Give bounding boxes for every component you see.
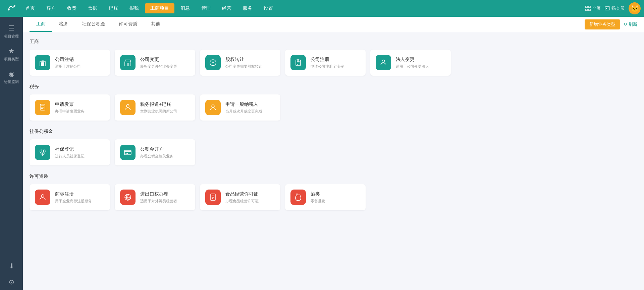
mascot-avatar: 🐱 xyxy=(629,2,641,14)
nav-item-收费[interactable]: 收费 xyxy=(62,3,82,13)
section-工商: 工商公司注销适用于注销公司公司变更股权变更外的业务变更¥股权转让公司变更需要股权… xyxy=(30,39,637,76)
service-card[interactable]: 酒类零售批发 xyxy=(285,184,366,210)
svg-point-30 xyxy=(41,195,44,197)
tab-其他[interactable]: 其他 xyxy=(144,17,167,32)
tab-税务[interactable]: 税务 xyxy=(52,17,75,32)
nav-item-管理[interactable]: 管理 xyxy=(196,3,216,13)
content-area: 工商税务社保公积金许可资质其他 新增业务类型 ↻ 刷新 工商公司注销适用于注销公… xyxy=(23,17,644,290)
nav-item-报税[interactable]: 报税 xyxy=(124,3,144,13)
cards-grid: 公司注销适用于注销公司公司变更股权变更外的业务变更¥股权转让公司变更需要股权转让… xyxy=(30,50,637,76)
card-icon xyxy=(120,100,136,115)
card-desc: 进行人员社保登记 xyxy=(55,154,85,159)
tab-社保公积金[interactable]: 社保公积金 xyxy=(75,17,112,32)
service-card[interactable]: 公司注册申请公司注册全流程 xyxy=(285,50,366,76)
service-card[interactable]: 税务报道+记账拿到营业执照的新公司 xyxy=(115,94,195,121)
member-button[interactable]: 畅会员 xyxy=(605,5,625,11)
card-icon xyxy=(376,55,391,70)
service-card[interactable]: ¥股权转让公司变更需要股权转让 xyxy=(200,50,280,76)
card-desc: 办理食品经营许可证 xyxy=(225,199,259,204)
sidebar-label: 项目类型 xyxy=(4,57,19,62)
service-card[interactable]: 公积金开户办理公积金相关业务 xyxy=(115,139,195,165)
section-title: 社保公积金 xyxy=(30,129,637,135)
sidebar-item-项目类型[interactable]: ★项目类型 xyxy=(0,43,23,66)
nav-item-服务[interactable]: 服务 xyxy=(237,3,258,13)
nav-item-消息[interactable]: 消息 xyxy=(175,3,195,13)
sidebar-bottom-item[interactable]: ⊙ xyxy=(0,274,23,290)
card-info: 公司注册申请公司注册全流程 xyxy=(311,57,344,69)
nav-item-客户[interactable]: 客户 xyxy=(41,3,61,13)
service-card[interactable]: 法人变更适用于公司变更法人 xyxy=(370,50,451,76)
fullscreen-button[interactable]: 全屏 xyxy=(585,5,601,11)
service-card[interactable]: 申请一般纳税人当月或次月成变更完成 xyxy=(200,94,280,121)
svg-point-29 xyxy=(127,153,128,154)
service-card[interactable]: 社保登记进行人员社保登记 xyxy=(30,139,110,165)
cards-grid: 商标注册用于企业商标注册服务进出口权办理适用于对外贸易经营者食品经营许可证办理食… xyxy=(30,184,637,210)
service-card[interactable]: 公司注销适用于注销公司 xyxy=(30,50,110,76)
cards-grid: 社保登记进行人员社保登记公积金开户办理公积金相关业务 xyxy=(30,139,637,165)
svg-point-24 xyxy=(212,105,214,107)
card-info: 社保登记进行人员社保登记 xyxy=(55,146,85,159)
refresh-button[interactable]: ↻ 刷新 xyxy=(624,21,637,27)
card-info: 商标注册用于企业商标注册服务 xyxy=(55,191,92,204)
card-info: 公积金开户办理公积金相关业务 xyxy=(140,146,173,159)
refresh-label: 刷新 xyxy=(629,21,637,27)
svg-point-6 xyxy=(606,8,607,9)
card-desc: 适用于公司变更法人 xyxy=(396,64,429,69)
card-desc: 办理申请发票业务 xyxy=(55,109,85,114)
svg-rect-8 xyxy=(42,60,44,63)
card-icon xyxy=(290,55,306,70)
new-type-button[interactable]: 新增业务类型 xyxy=(585,19,620,29)
section-title: 工商 xyxy=(30,39,637,45)
card-title: 公司注销 xyxy=(55,57,81,63)
nav-item-经营[interactable]: 经营 xyxy=(217,3,237,13)
nav-item-工商项目[interactable]: 工商项目 xyxy=(145,3,174,13)
service-card[interactable]: 进出口权办理适用于对外贸易经营者 xyxy=(115,184,195,210)
card-title: 公积金开户 xyxy=(140,146,173,152)
card-desc: 零售批发 xyxy=(311,199,325,204)
card-info: 法人变更适用于公司变更法人 xyxy=(396,57,429,69)
section-社保公积金: 社保公积金社保登记进行人员社保登记公积金开户办理公积金相关业务 xyxy=(30,129,637,165)
card-title: 食品经营许可证 xyxy=(225,191,259,197)
fullscreen-label: 全屏 xyxy=(592,5,601,11)
nav-item-首页[interactable]: 首页 xyxy=(20,3,40,13)
card-title: 社保登记 xyxy=(55,146,85,152)
card-desc: 拿到营业执照的新公司 xyxy=(140,109,177,114)
nav-item-设置[interactable]: 设置 xyxy=(258,3,278,13)
card-icon xyxy=(120,55,136,70)
sidebar-label: 进度监测 xyxy=(4,79,19,84)
svg-rect-3 xyxy=(586,9,587,11)
card-info: 进出口权办理适用于对外贸易经营者 xyxy=(140,191,177,204)
service-card[interactable]: 公司变更股权变更外的业务变更 xyxy=(115,50,195,76)
svg-point-23 xyxy=(126,105,129,107)
member-label: 畅会员 xyxy=(611,5,625,11)
nav-item-记账[interactable]: 记账 xyxy=(103,3,123,13)
scroll-content: 工商公司注销适用于注销公司公司变更股权变更外的业务变更¥股权转让公司变更需要股权… xyxy=(23,32,644,290)
sidebar-bottom-item[interactable]: ⬇ xyxy=(0,258,23,274)
card-title: 法人变更 xyxy=(396,57,429,63)
logo xyxy=(3,0,20,17)
service-card[interactable]: 申请发票办理申请发票业务 xyxy=(30,94,110,121)
tab-许可资质[interactable]: 许可资质 xyxy=(112,17,144,32)
card-title: 公司注册 xyxy=(311,57,344,63)
sidebar-icon: ☰ xyxy=(8,24,14,32)
service-card[interactable]: 食品经营许可证办理食品经营许可证 xyxy=(200,184,280,210)
card-icon xyxy=(35,190,50,205)
sidebar-icon: ◉ xyxy=(9,70,14,78)
card-desc: 当月或次月成变更完成 xyxy=(225,109,262,114)
card-icon xyxy=(35,145,50,160)
nav-right: 全屏 畅会员 🐱 xyxy=(585,2,641,14)
card-desc: 申请公司注册全流程 xyxy=(311,64,344,69)
card-desc: 适用于注销公司 xyxy=(55,64,81,69)
svg-point-0 xyxy=(9,9,10,10)
sidebar-item-项目管理[interactable]: ☰项目管理 xyxy=(0,20,23,43)
nav-item-票据[interactable]: 票据 xyxy=(83,3,103,13)
sidebar-item-进度监测[interactable]: ◉进度监测 xyxy=(0,66,23,88)
svg-point-18 xyxy=(382,60,385,63)
cards-grid: 申请发票办理申请发票业务税务报道+记账拿到营业执照的新公司申请一般纳税人当月或次… xyxy=(30,94,637,121)
card-title: 申请发票 xyxy=(55,101,85,107)
tab-工商[interactable]: 工商 xyxy=(30,17,52,32)
card-info: 公司注销适用于注销公司 xyxy=(55,57,81,69)
service-card[interactable]: 商标注册用于企业商标注册服务 xyxy=(30,184,110,210)
section-title: 税务 xyxy=(30,84,637,90)
svg-text:¥: ¥ xyxy=(212,61,214,65)
